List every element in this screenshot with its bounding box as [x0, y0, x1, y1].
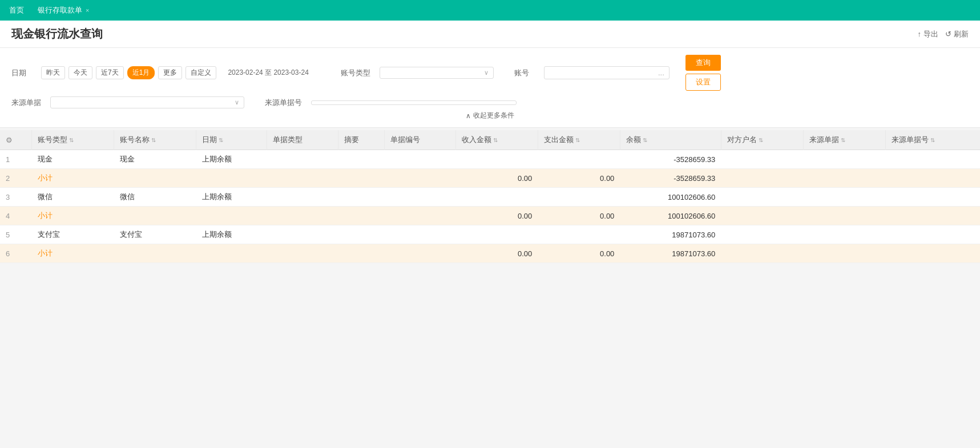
account-input[interactable]: ... — [544, 66, 670, 79]
date-option-自定义[interactable]: 自定义 — [185, 66, 216, 79]
col-header-counterparty[interactable]: 对方户名⇅ — [721, 130, 803, 150]
gear-icon[interactable]: ⚙ — [6, 136, 13, 144]
col-header-balance[interactable]: 余额⇅ — [620, 130, 721, 150]
cell-acct_name — [114, 244, 196, 263]
cell-doc_type — [267, 150, 338, 169]
collapse-up-icon: ∧ — [466, 112, 471, 120]
account-dots-icon[interactable]: ... — [658, 68, 664, 77]
cell-acct_type: 现金 — [32, 150, 114, 169]
table-body: 1现金现金上期余额-3528659.332小计0.000.00-3528659.… — [0, 150, 980, 263]
col-label: 支出金额 — [544, 135, 574, 145]
cell-counterparty — [721, 244, 803, 263]
col-label: 余额 — [626, 135, 641, 145]
page-title: 现金银行流水查询 — [11, 26, 103, 42]
source-doc-label: 来源单据 — [11, 98, 41, 108]
table-row: 4小计0.000.00100102606.60 — [0, 207, 980, 225]
cell-date: 上期余额 — [196, 225, 267, 244]
cell-source_doc — [803, 225, 885, 244]
sort-icon: ⇅ — [759, 137, 763, 143]
col-header-doc_no: 单据编号 — [384, 130, 455, 150]
cell-balance: 19871073.60 — [620, 244, 721, 263]
col-label: 来源单据 — [809, 135, 839, 145]
col-header-acct_type[interactable]: 账号类型⇅ — [32, 130, 114, 150]
col-header-source_doc_no[interactable]: 来源单据号⇅ — [885, 130, 980, 150]
nav-tab-close-icon[interactable]: × — [86, 7, 89, 14]
refresh-button[interactable]: ↺ 刷新 — [945, 29, 969, 39]
date-option-近7天[interactable]: 近7天 — [96, 66, 124, 79]
col-header-expense[interactable]: 支出金额⇅ — [538, 130, 620, 150]
cell-summary — [338, 150, 384, 169]
cell-expense — [538, 150, 620, 169]
nav-tabs: 收款单×付款单×其他收入单×应收应付调整单×银行存取款单×预收冲应收单×收款核销… — [31, 0, 111, 21]
cell-source_doc — [803, 169, 885, 188]
date-label: 日期 — [11, 68, 32, 78]
query-button[interactable]: 查询 — [685, 55, 721, 71]
cell-balance: -3528659.33 — [620, 150, 721, 169]
date-option-今天[interactable]: 今天 — [68, 66, 92, 79]
col-label: 摘要 — [344, 135, 359, 144]
filter-row-2: 来源单据 ∨ 来源单据号 — [11, 96, 969, 108]
col-label: 账号名称 — [120, 135, 150, 145]
cell-doc_no — [384, 207, 455, 225]
source-doc-chevron-icon: ∨ — [235, 99, 239, 106]
sort-icon: ⇅ — [69, 137, 74, 143]
cell-source_doc_no — [885, 244, 980, 263]
cell-balance: 100102606.60 — [620, 207, 721, 225]
cell-acct_type: 微信 — [32, 188, 114, 207]
settings-button[interactable]: 设置 — [685, 74, 721, 91]
cell-date: 上期余额 — [196, 188, 267, 207]
filter-area: 日期 昨天今天近7天近1月更多自定义 2023-02-24 至 2023-03-… — [0, 48, 980, 128]
cell-acct_type: 小计 — [32, 207, 114, 225]
col-header-source_doc[interactable]: 来源单据⇅ — [803, 130, 885, 150]
source-doc-select[interactable]: ∨ — [50, 96, 244, 108]
table-row: 1现金现金上期余额-3528659.33 — [0, 150, 980, 169]
cell-income: 0.00 — [455, 207, 538, 225]
cell-doc_no — [384, 225, 455, 244]
filter-row-1: 日期 昨天今天近7天近1月更多自定义 2023-02-24 至 2023-03-… — [11, 55, 969, 91]
sort-icon: ⇅ — [841, 137, 845, 143]
cell-counterparty — [721, 207, 803, 225]
filter-main: 日期 昨天今天近7天近1月更多自定义 2023-02-24 至 2023-03-… — [11, 55, 969, 108]
cell-source_doc — [803, 150, 885, 169]
cell-index: 6 — [0, 244, 32, 263]
date-option-昨天[interactable]: 昨天 — [41, 66, 65, 79]
cell-doc_type — [267, 244, 338, 263]
cell-source_doc_no — [885, 225, 980, 244]
cell-income: 0.00 — [455, 244, 538, 263]
cell-source_doc — [803, 244, 885, 263]
export-icon: ↑ — [918, 30, 922, 38]
filter-left: 日期 昨天今天近7天近1月更多自定义 2023-02-24 至 2023-03-… — [11, 55, 969, 108]
cell-counterparty — [721, 188, 803, 207]
refresh-icon: ↺ — [945, 30, 951, 38]
cell-acct_type: 支付宝 — [32, 225, 114, 244]
date-option-近1月[interactable]: 近1月 — [127, 66, 155, 79]
date-option-更多[interactable]: 更多 — [158, 66, 182, 79]
table-row: 6小计0.000.0019871073.60 — [0, 244, 980, 263]
account-type-select[interactable]: ∨ — [380, 67, 494, 79]
cell-expense: 0.00 — [538, 207, 620, 225]
col-header-summary: 摘要 — [338, 130, 384, 150]
cell-date: 上期余额 — [196, 150, 267, 169]
account-label: 账号 — [514, 68, 535, 78]
cell-acct_name: 微信 — [114, 188, 196, 207]
cell-summary — [338, 207, 384, 225]
nav-home[interactable]: 首页 — [2, 0, 31, 21]
cell-acct_type: 小计 — [32, 244, 114, 263]
sort-icon: ⇅ — [575, 137, 580, 143]
cell-income — [455, 150, 538, 169]
cell-acct_name: 现金 — [114, 150, 196, 169]
nav-tab-银行存取款单[interactable]: 银行存取款单× — [31, 0, 111, 21]
col-header-acct_name[interactable]: 账号名称⇅ — [114, 130, 196, 150]
collapse-button[interactable]: ∧ 收起更多条件 — [466, 111, 514, 120]
export-button[interactable]: ↑ 导出 — [918, 29, 939, 39]
cell-counterparty — [721, 225, 803, 244]
date-options: 昨天今天近7天近1月更多自定义 — [41, 66, 216, 79]
col-header-date[interactable]: 日期⇅ — [196, 130, 267, 150]
col-header-income[interactable]: 收入金额⇅ — [455, 130, 538, 150]
cell-doc_type — [267, 169, 338, 188]
cell-acct_name — [114, 169, 196, 188]
account-type-label: 账号类型 — [341, 68, 370, 78]
cell-summary — [338, 169, 384, 188]
source-doc-no-input[interactable] — [311, 100, 517, 105]
cell-expense: 0.00 — [538, 244, 620, 263]
